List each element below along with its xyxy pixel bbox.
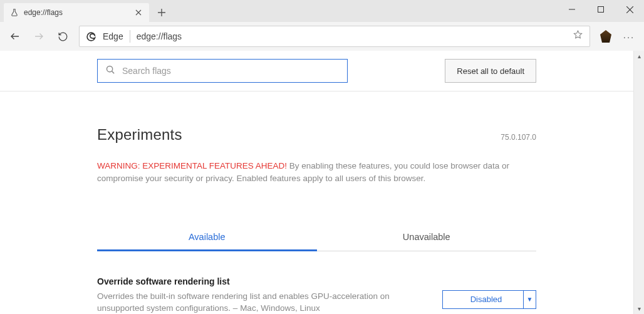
svg-rect-0 bbox=[598, 7, 604, 13]
scroll-down-icon[interactable]: ▾ bbox=[634, 303, 644, 314]
flags-content: Experiments 75.0.107.0 WARNING: EXPERIME… bbox=[0, 92, 633, 314]
close-icon[interactable] bbox=[134, 8, 143, 17]
flag-item: Override software rendering list Overrid… bbox=[97, 276, 536, 315]
svg-point-1 bbox=[106, 66, 112, 71]
omnibox-divider bbox=[130, 30, 130, 43]
warning-prefix: WARNING: EXPERIMENTAL FEATURES AHEAD! bbox=[97, 161, 287, 170]
toolbar: Edge edge://flags ··· bbox=[0, 22, 644, 51]
flag-select[interactable]: Disabled ▼ bbox=[442, 290, 536, 309]
favorite-icon[interactable] bbox=[573, 29, 583, 43]
window-controls bbox=[558, 0, 644, 20]
back-button[interactable] bbox=[4, 25, 26, 48]
flag-text: Override software rendering list Overrid… bbox=[97, 276, 423, 315]
flags-tabs: Available Unavailable bbox=[97, 223, 536, 251]
search-input-wrap[interactable] bbox=[97, 59, 348, 83]
browser-window: edge://flags bbox=[0, 0, 644, 314]
flags-page: Reset all to default Experiments 75.0.10… bbox=[0, 51, 633, 314]
profile-avatar[interactable] bbox=[595, 30, 616, 43]
edge-icon bbox=[86, 31, 96, 42]
page-title: Experiments bbox=[97, 126, 182, 144]
tab-title: edge://flags bbox=[24, 8, 129, 17]
tab-unavailable[interactable]: Unavailable bbox=[317, 223, 537, 251]
version-label: 75.0.107.0 bbox=[501, 133, 536, 142]
tab-strip: edge://flags bbox=[0, 0, 644, 22]
tab-flags[interactable]: edge://flags bbox=[4, 3, 149, 22]
chevron-down-icon: ▼ bbox=[523, 291, 536, 308]
url-text: edge://flags bbox=[137, 31, 182, 41]
close-window-button[interactable] bbox=[615, 0, 644, 19]
vertical-scrollbar[interactable]: ▴ ▾ bbox=[633, 51, 644, 314]
address-bar[interactable]: Edge edge://flags bbox=[79, 26, 590, 47]
flags-topbar: Reset all to default bbox=[0, 51, 633, 92]
maximize-button[interactable] bbox=[586, 0, 615, 19]
viewport: Reset all to default Experiments 75.0.10… bbox=[0, 51, 644, 314]
minimize-button[interactable] bbox=[558, 0, 586, 19]
warning-text: WARNING: EXPERIMENTAL FEATURES AHEAD! By… bbox=[97, 160, 536, 186]
scroll-up-icon[interactable]: ▴ bbox=[634, 51, 644, 61]
reset-button[interactable]: Reset all to default bbox=[445, 59, 536, 83]
search-icon bbox=[105, 65, 116, 77]
flag-title: Override software rendering list bbox=[97, 276, 423, 286]
search-input[interactable] bbox=[122, 66, 340, 76]
flag-description: Overrides the built-in software renderin… bbox=[97, 290, 423, 315]
menu-button[interactable]: ··· bbox=[618, 25, 640, 48]
reload-button[interactable] bbox=[51, 25, 74, 48]
brand-label: Edge bbox=[103, 31, 123, 41]
tab-available[interactable]: Available bbox=[97, 223, 317, 251]
forward-button[interactable] bbox=[28, 25, 50, 48]
flag-select-value: Disabled bbox=[449, 295, 523, 304]
new-tab-button[interactable] bbox=[153, 4, 170, 21]
flask-icon bbox=[10, 8, 19, 17]
